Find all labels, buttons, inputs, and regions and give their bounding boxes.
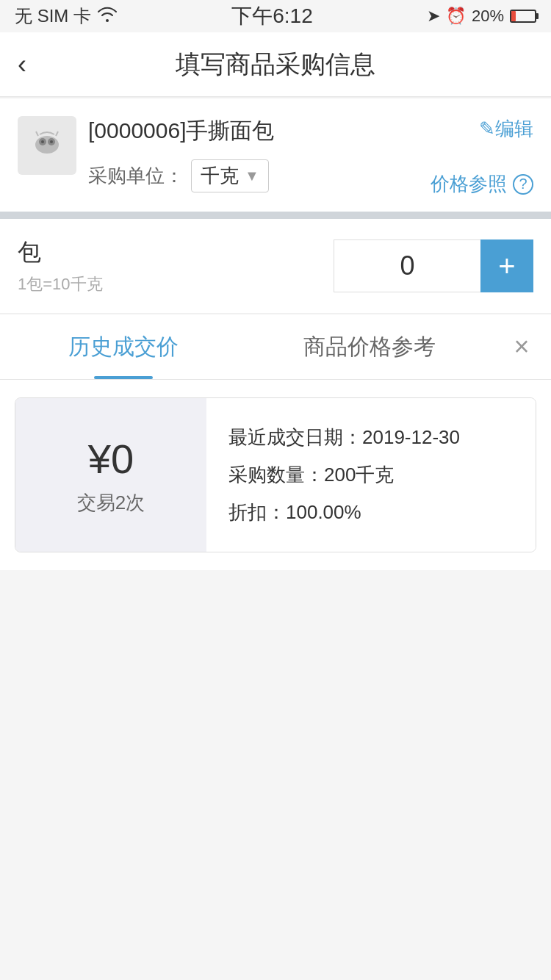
currency-symbol: ¥ bbox=[88, 436, 111, 482]
price-card: ¥0 交易2次 最近成交日期：2019-12-30 采购数量：200千克 折扣：… bbox=[15, 397, 536, 552]
quantity-label: 采购数量： bbox=[228, 464, 324, 486]
quantity-unit: 包 bbox=[18, 237, 103, 269]
price-card-right: 最近成交日期：2019-12-30 采购数量：200千克 折扣：100.00% bbox=[206, 398, 536, 552]
product-info: [0000006]手撕面包 采购单位： 千克 ▼ bbox=[88, 116, 274, 192]
quantity-plus-button[interactable]: + bbox=[480, 239, 533, 292]
quantity-section: 包 1包=10千克 + bbox=[0, 219, 551, 313]
price-detail-discount: 折扣：100.00% bbox=[228, 500, 514, 525]
nav-bar: ‹ 填写商品采购信息 bbox=[0, 32, 551, 97]
date-value: 2019-12-30 bbox=[362, 426, 460, 448]
wifi-icon bbox=[97, 6, 118, 26]
battery-percent: 20% bbox=[472, 7, 504, 26]
status-left: 无 SIM 卡 bbox=[15, 4, 118, 28]
quantity-value: 200千克 bbox=[324, 464, 394, 486]
price-card-left: ¥0 交易2次 bbox=[15, 398, 206, 552]
product-image-icon bbox=[29, 124, 65, 167]
discount-value: 100.00% bbox=[286, 501, 361, 523]
tabs-section: 历史成交价 商品价格参考 × ¥0 交易2次 最近成交日期：2019-12-30… bbox=[0, 314, 551, 570]
quantity-sub-label: 1包=10千克 bbox=[18, 273, 103, 295]
quantity-input-group: + bbox=[334, 239, 533, 292]
unit-arrow-icon: ▼ bbox=[245, 167, 259, 184]
price-detail-date: 最近成交日期：2019-12-30 bbox=[228, 425, 514, 450]
quantity-input[interactable] bbox=[334, 239, 480, 292]
price-ref-row: 价格参照 ? bbox=[431, 171, 533, 197]
price-amount: ¥0 bbox=[88, 435, 134, 483]
product-section: [0000006]手撕面包 采购单位： 千克 ▼ ✎编辑 价格参照 ? bbox=[0, 98, 551, 212]
discount-label: 折扣： bbox=[228, 501, 286, 523]
status-time: 下午6:12 bbox=[231, 2, 313, 30]
product-unit-row: 采购单位： 千克 ▼ bbox=[88, 159, 274, 192]
unit-value: 千克 bbox=[201, 163, 239, 189]
svg-point-0 bbox=[35, 136, 59, 154]
product-left: [0000006]手撕面包 采购单位： 千克 ▼ bbox=[18, 116, 274, 192]
price-count: 交易2次 bbox=[77, 490, 145, 516]
quantity-label-group: 包 1包=10千克 bbox=[18, 237, 103, 295]
price-card-area: ¥0 交易2次 最近成交日期：2019-12-30 采购数量：200千克 折扣：… bbox=[0, 380, 551, 570]
tab-history-price[interactable]: 历史成交价 bbox=[0, 314, 246, 379]
price-ref-link[interactable]: 价格参照 bbox=[431, 171, 507, 197]
sim-indicator: 无 SIM 卡 bbox=[15, 4, 91, 28]
unit-select[interactable]: 千克 ▼ bbox=[191, 159, 269, 192]
status-right: ➤ ⏰ 20% bbox=[427, 7, 536, 26]
back-button[interactable]: ‹ bbox=[18, 49, 26, 80]
unit-label: 采购单位： bbox=[88, 163, 184, 189]
battery-icon bbox=[510, 7, 536, 26]
location-icon: ➤ bbox=[427, 7, 440, 26]
product-right: ✎编辑 价格参照 ? bbox=[431, 116, 533, 197]
date-label: 最近成交日期： bbox=[228, 426, 362, 448]
edit-button[interactable]: ✎编辑 bbox=[479, 116, 533, 142]
help-icon[interactable]: ? bbox=[513, 174, 533, 195]
price-value: 0 bbox=[111, 436, 134, 482]
close-tab-button[interactable]: × bbox=[492, 314, 551, 379]
section-divider bbox=[0, 212, 551, 219]
svg-point-4 bbox=[50, 140, 53, 143]
status-bar: 无 SIM 卡 下午6:12 ➤ ⏰ 20% bbox=[0, 0, 551, 32]
product-thumbnail bbox=[18, 116, 76, 175]
page-title: 填写商品采购信息 bbox=[176, 48, 375, 82]
tab-product-price-ref[interactable]: 商品价格参考 bbox=[246, 314, 492, 379]
svg-point-3 bbox=[41, 140, 44, 143]
alarm-icon: ⏰ bbox=[446, 7, 466, 26]
tabs-header: 历史成交价 商品价格参考 × bbox=[0, 314, 551, 380]
price-detail-quantity: 采购数量：200千克 bbox=[228, 462, 514, 488]
lower-background bbox=[0, 570, 551, 980]
product-name: [0000006]手撕面包 bbox=[88, 116, 274, 146]
product-header: [0000006]手撕面包 采购单位： 千克 ▼ ✎编辑 价格参照 ? bbox=[18, 116, 533, 197]
